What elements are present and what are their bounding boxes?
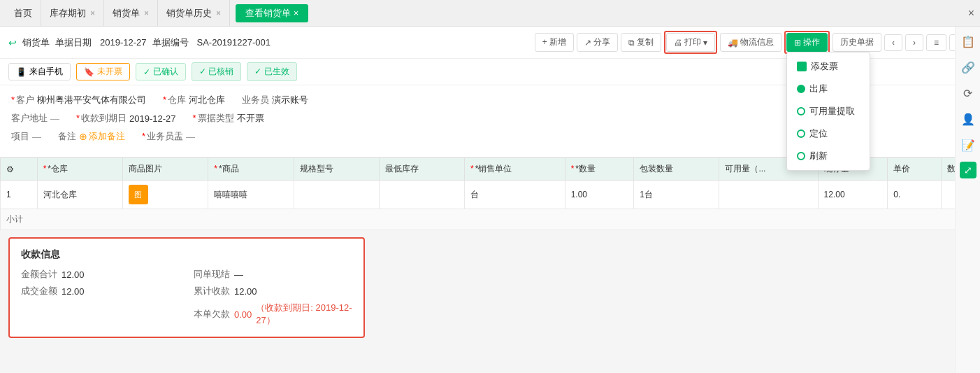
sidebar-icon-doc[interactable]: 📋: [958, 32, 978, 51]
sidebar-icon-note[interactable]: 📝: [958, 136, 978, 155]
effective-icon: ✓: [254, 66, 261, 76]
row-unit-price: 0.: [888, 181, 942, 209]
payment-title: 收款信息: [21, 248, 352, 261]
doc-number-value: SA-20191227-001: [197, 37, 271, 48]
row-warehouse: 河北仓库: [37, 181, 122, 209]
phone-icon: 📱: [16, 67, 27, 77]
tab-close-sales-order[interactable]: ×: [144, 8, 149, 18]
global-close-button[interactable]: ×: [968, 7, 974, 20]
doc-date-value: 2019-12-27: [100, 37, 147, 48]
print-button[interactable]: 🖨 打印 ▾: [666, 33, 715, 52]
col-gear[interactable]: ⚙: [1, 158, 38, 181]
row-qty: 1.00: [565, 181, 633, 209]
row-unit: 台: [465, 181, 565, 209]
same-order-value: —: [234, 269, 243, 280]
address-value: —: [50, 113, 59, 124]
menu-item-refresh[interactable]: 刷新: [787, 145, 870, 167]
add-remark-button[interactable]: ⊕ 添加备注: [79, 130, 125, 143]
row-pkg-qty: 1台: [634, 181, 719, 209]
project-value: —: [32, 132, 41, 142]
new-button[interactable]: + 新增: [535, 33, 574, 52]
menu-item-add-invoice[interactable]: 添发票: [787, 55, 870, 78]
subtotal-row: 小计: [1, 209, 980, 230]
sidebar-icon-refresh[interactable]: ⟳: [960, 84, 975, 103]
transaction-label: 成交金额: [21, 285, 57, 297]
doc-type-label: 销货单: [22, 36, 50, 49]
cancelled-button[interactable]: ✓ 已核销: [192, 62, 241, 81]
history-button[interactable]: 历史单据: [833, 33, 881, 52]
next-button[interactable]: ›: [905, 34, 923, 51]
menu-item-available-qty[interactable]: 可用量提取: [787, 100, 870, 122]
logistics-button[interactable]: 🚚 物流信息: [720, 33, 781, 52]
payment-total-amount: 金额合计 12.00: [21, 268, 180, 281]
effective-button[interactable]: ✓ 已生效: [247, 62, 296, 81]
print-button-wrapper: 🖨 打印 ▾: [664, 31, 717, 54]
share-icon: ↗: [584, 38, 591, 48]
check-icon: ✓: [143, 67, 150, 77]
sales-staff-label: 业务员盂: [142, 130, 183, 143]
operation-button[interactable]: ⊞ 操作: [786, 33, 828, 52]
due-date-value: 2019-12-27: [129, 113, 176, 124]
sidebar-icon-expand[interactable]: ⤢: [960, 162, 977, 178]
accumulated-value: 12.00: [234, 286, 257, 297]
tab-home[interactable]: 首页: [6, 0, 41, 26]
payment-grid: 金额合计 12.00 同单现结 — 成交金额 12.00 累计收款 12.00 …: [21, 268, 352, 327]
col-min-stock: 最低库存: [379, 158, 464, 181]
table-row: 1 河北仓库 图 嘻嘻嘻嘻 台 1.00 1台 12.00 0.: [1, 181, 980, 209]
list-view-button[interactable]: ≡: [926, 34, 946, 51]
menu-item-locate[interactable]: 定位: [787, 122, 870, 145]
add-invoice-icon: [797, 62, 807, 71]
tab-close-view-sales-order[interactable]: ×: [294, 8, 299, 18]
from-phone-button[interactable]: 📱 来自手机: [8, 63, 71, 80]
ticket-type-value: 不开票: [237, 112, 264, 125]
payment-balance: 本单欠款 0.00 （收款到期日: 2019-12-27）: [194, 302, 352, 327]
project-field: 项目 —: [11, 130, 41, 143]
ticket-type-label: 票据类型: [193, 112, 234, 125]
col-spec: 规格型号: [294, 158, 379, 181]
payment-accumulated: 累计收款 12.00: [194, 285, 352, 297]
doc-icon: ↩: [8, 37, 17, 48]
not-open-button[interactable]: 🔖 未开票: [76, 63, 130, 80]
col-pkg-qty: 包装数量: [634, 158, 719, 181]
share-button[interactable]: ↗ 分享: [577, 33, 618, 52]
cancelled-icon: ✓: [199, 66, 206, 76]
address-label: 客户地址: [11, 112, 48, 125]
tab-bar: 首页 库存期初 × 销货单 × 销货单历史 × 查看销货单 × ×: [0, 0, 980, 27]
due-date-label: 收款到期日: [76, 112, 127, 125]
copy-icon: ⧉: [628, 38, 635, 48]
staff-label: 业务员: [242, 94, 269, 106]
payment-section: 收款信息 金额合计 12.00 同单现结 — 成交金额 12.00 累计收款 1…: [8, 237, 365, 338]
plus-icon: ⊕: [79, 131, 87, 142]
tab-inventory-init[interactable]: 库存期初 ×: [41, 0, 104, 26]
balance-value: 0.00: [234, 309, 252, 320]
doc-date-label: 单据日期: [55, 36, 92, 49]
sidebar-icon-user[interactable]: 👤: [958, 110, 978, 129]
tab-close-inventory-init[interactable]: ×: [90, 8, 95, 18]
tab-sales-history[interactable]: 销货单历史 ×: [158, 0, 230, 26]
prev-button[interactable]: ‹: [884, 34, 902, 51]
confirmed-button[interactable]: ✓ 已确认: [136, 63, 186, 80]
balance-label: 本单欠款: [194, 308, 230, 321]
tab-view-sales-order[interactable]: 查看销货单 ×: [236, 4, 308, 22]
ticket-type-field: 票据类型 不开票: [193, 112, 264, 125]
row-product: 嘻嘻嘻嘻: [208, 181, 294, 209]
sales-staff-field: 业务员盂 —: [142, 130, 195, 143]
refresh-icon: [797, 152, 805, 160]
transaction-value: 12.00: [62, 286, 85, 297]
col-warehouse: *仓库: [37, 158, 122, 181]
col-image: 商品图片: [122, 158, 208, 181]
col-product: *商品: [208, 158, 294, 181]
subtotal-label: 小计: [1, 209, 980, 230]
warehouse-field: 仓库 河北仓库: [163, 94, 225, 106]
warehouse-label: 仓库: [163, 94, 186, 106]
sidebar-icon-link[interactable]: 🔗: [958, 58, 978, 77]
due-date-field: 收款到期日 2019-12-27: [76, 112, 176, 125]
balance-suffix: （收款到期日: 2019-12-27）: [256, 302, 352, 327]
copy-button[interactable]: ⧉ 复制: [621, 33, 661, 52]
tab-sales-order[interactable]: 销货单 ×: [104, 0, 158, 26]
payment-same-order-settlement: 同单现结 —: [194, 268, 352, 281]
menu-item-outbound[interactable]: 出库: [787, 78, 870, 100]
logistics-icon: 🚚: [728, 38, 738, 48]
tab-close-sales-history[interactable]: ×: [216, 8, 221, 18]
col-unit-price: 单价: [888, 158, 942, 181]
